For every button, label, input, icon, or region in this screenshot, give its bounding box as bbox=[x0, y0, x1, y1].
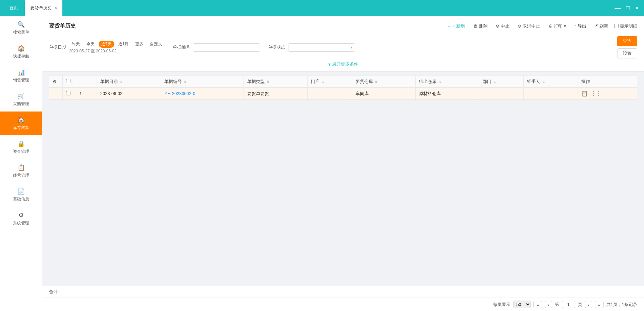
filter-docno-label: 单据编号 bbox=[173, 44, 190, 50]
first-page-button[interactable]: « bbox=[533, 301, 542, 308]
date-btn-today[interactable]: 今天 bbox=[84, 41, 97, 48]
sidebar-item-sales-mgmt[interactable]: 📊 销售管理 bbox=[0, 64, 42, 88]
th-checkbox bbox=[63, 76, 76, 88]
date-btn-yesterday[interactable]: 昨天 bbox=[69, 41, 83, 48]
date-range-text: 2023-05-27 至 2023-06-02 bbox=[69, 48, 165, 54]
last-page-button[interactable]: » bbox=[595, 301, 603, 308]
close-icon[interactable]: × bbox=[634, 3, 640, 13]
print-button[interactable]: 🖨 打印 ▾ bbox=[546, 22, 568, 31]
sort-store-icon: ⇅ bbox=[321, 80, 324, 84]
th-req-warehouse[interactable]: 要货仓库 ⇅ bbox=[352, 76, 416, 88]
td-store bbox=[307, 88, 352, 100]
th-dept[interactable]: 部门 ⇅ bbox=[479, 76, 524, 88]
doc-no-link[interactable]: YH-20230602-0 bbox=[164, 91, 195, 96]
delete-icon: 🗑 bbox=[473, 24, 478, 29]
table-body: 1 2023-06-02 YH-20230602-0 要货单要货 车间库 原材料… bbox=[49, 88, 637, 100]
export-button[interactable]: ↑ 导出 bbox=[572, 22, 589, 31]
sort-dept-icon: ⇅ bbox=[493, 80, 496, 84]
filter-docno: 单据编号 bbox=[173, 43, 260, 52]
sidebar-item-operations-mgmt[interactable]: 📋 经营管理 bbox=[0, 159, 42, 183]
sort-doc-type-icon: ⇅ bbox=[267, 80, 269, 84]
per-page-select[interactable]: 50 100 bbox=[513, 301, 531, 308]
table-row[interactable]: 1 2023-06-02 YH-20230602-0 要货单要货 车间库 原材料… bbox=[49, 88, 637, 100]
th-dept-label: 部门 bbox=[483, 79, 491, 84]
page-label: 第 bbox=[555, 302, 559, 308]
th-doc-no-label: 单据编号 bbox=[164, 79, 182, 84]
select-all-checkbox[interactable] bbox=[66, 79, 70, 83]
expand-more-button[interactable]: ▾ 展开更多条件 bbox=[49, 61, 637, 67]
export-label: 导出 bbox=[578, 23, 586, 29]
more-action-icon[interactable]: ⋮⋮ bbox=[591, 90, 601, 97]
sidebar-item-finance-mgmt[interactable]: 🔒 资金管理 bbox=[0, 135, 42, 159]
stop-button[interactable]: ⊘ 中止 bbox=[494, 22, 512, 31]
toolbar: ＋ + 新增 🗑 删除 ⊘ 中止 ⊘ 取消中止 bbox=[445, 22, 637, 31]
th-store-label: 门店 bbox=[311, 79, 320, 84]
export-icon: ↑ bbox=[574, 24, 577, 29]
date-btn-custom[interactable]: 自定义 bbox=[147, 41, 165, 48]
td-rowno: 1 bbox=[76, 88, 97, 100]
sidebar-item-inventory[interactable]: 🏠 库存核算 bbox=[0, 112, 42, 135]
date-shortcuts: 昨天 今天 近7天 近1月 更多 自定义 bbox=[69, 41, 165, 48]
row-checkbox[interactable] bbox=[66, 91, 70, 95]
sidebar-item-system-mgmt[interactable]: ⚙ 系统管理 bbox=[0, 207, 42, 231]
filter-status-select[interactable] bbox=[288, 43, 355, 52]
th-handler-label: 经手人 bbox=[527, 79, 540, 84]
tab-close-icon[interactable]: × bbox=[55, 6, 57, 10]
show-detail-checkbox[interactable] bbox=[614, 24, 619, 28]
stop-label: 中止 bbox=[501, 23, 509, 29]
th-doc-no[interactable]: 单据编号 ⇅ bbox=[161, 76, 244, 88]
settings-button[interactable]: 设置 bbox=[617, 48, 637, 58]
filter-status: 单据状态 bbox=[268, 43, 355, 52]
tab-home[interactable]: 首页 bbox=[4, 0, 23, 16]
sales-mgmt-icon: 📊 bbox=[17, 69, 25, 76]
show-detail-toggle[interactable]: 显示明细 bbox=[614, 23, 637, 29]
prev-page-button[interactable]: ‹ bbox=[545, 301, 552, 308]
th-pending-warehouse[interactable]: 待出仓库 ⇅ bbox=[416, 76, 479, 88]
delete-button[interactable]: 🗑 删除 bbox=[471, 22, 490, 31]
tab-requisition-history[interactable]: 要货单历史 × bbox=[25, 0, 62, 16]
td-pending-warehouse: 原材料仓库 bbox=[416, 88, 479, 100]
td-req-warehouse: 车间库 bbox=[352, 88, 416, 100]
sidebar-item-search-menu[interactable]: 🔍 搜索菜单 bbox=[0, 16, 42, 40]
sort-doc-date-icon: ⇅ bbox=[119, 80, 122, 84]
edit-action-icon[interactable]: 📋 bbox=[581, 90, 588, 97]
cancel-stop-icon: ⊘ bbox=[518, 24, 521, 29]
next-page-button[interactable]: › bbox=[585, 301, 592, 308]
page-number-input[interactable] bbox=[562, 301, 575, 308]
search-menu-icon: 🔍 bbox=[17, 21, 25, 28]
refresh-button[interactable]: ↺ 刷新 bbox=[592, 22, 610, 31]
query-button[interactable]: 查询 bbox=[617, 36, 637, 46]
th-handler[interactable]: 经手人 ⇅ bbox=[524, 76, 578, 88]
new-label: + 新增 bbox=[452, 23, 465, 29]
date-btn-more[interactable]: 更多 bbox=[132, 41, 146, 48]
sidebar-item-basic-info[interactable]: 📄 基础信息 bbox=[0, 183, 42, 207]
filter-status-wrapper bbox=[288, 43, 355, 52]
date-btn-7days[interactable]: 近7天 bbox=[99, 41, 114, 48]
th-req-warehouse-label: 要货仓库 bbox=[356, 79, 373, 84]
th-store[interactable]: 门店 ⇅ bbox=[307, 76, 352, 88]
td-handler bbox=[524, 88, 578, 100]
date-btn-1month[interactable]: 近1月 bbox=[116, 41, 131, 48]
filter-date-label: 单据日期 bbox=[49, 44, 66, 50]
sidebar-item-purchase-mgmt[interactable]: 🛒 采购管理 bbox=[0, 88, 42, 112]
th-doc-type[interactable]: 单据类型 ⇅ bbox=[244, 76, 308, 88]
cancel-stop-button[interactable]: ⊘ 取消中止 bbox=[516, 22, 542, 31]
th-settings: ⚙ bbox=[49, 76, 63, 88]
sort-req-warehouse-icon: ⇅ bbox=[375, 80, 377, 84]
filter-docno-input[interactable] bbox=[193, 43, 260, 52]
data-table: ⚙ 单据日期 ⇅ 单据编号 ⇅ bbox=[49, 76, 637, 100]
delete-label: 删除 bbox=[479, 23, 488, 29]
inventory-icon: 🏠 bbox=[17, 116, 25, 124]
maximize-icon[interactable]: □ bbox=[625, 3, 631, 13]
sidebar-item-quick-nav[interactable]: 🏠 快捷导航 bbox=[0, 40, 42, 64]
summary-label: 合计： bbox=[49, 289, 62, 294]
sort-handler-icon: ⇅ bbox=[542, 80, 545, 84]
finance-mgmt-icon: 🔒 bbox=[17, 140, 25, 147]
minimize-icon[interactable]: — bbox=[613, 3, 622, 13]
page-header: 要货单历史 ＋ + 新增 🗑 删除 ⊘ 中止 ⊘ bbox=[42, 16, 644, 32]
new-button[interactable]: ＋ + 新增 bbox=[445, 22, 467, 31]
per-page-label: 每页显示 bbox=[493, 302, 511, 308]
th-doc-date[interactable]: 单据日期 ⇅ bbox=[97, 76, 161, 88]
td-doc-type: 要货单要货 bbox=[244, 88, 308, 100]
sort-doc-no-icon: ⇅ bbox=[184, 80, 186, 84]
